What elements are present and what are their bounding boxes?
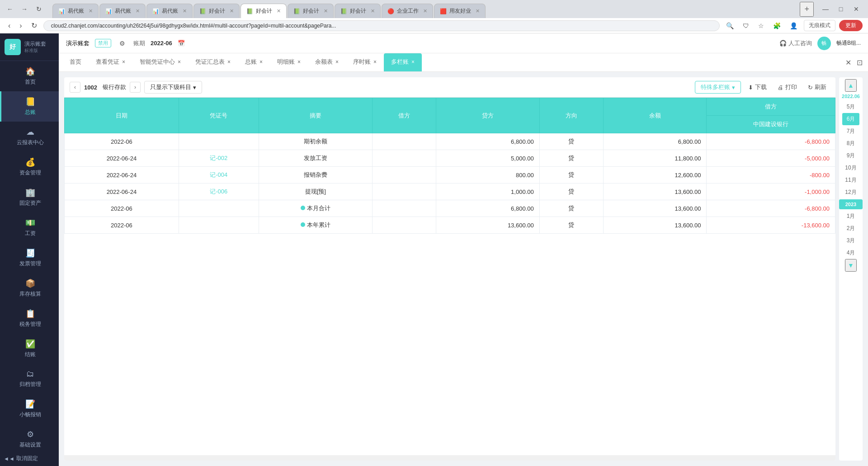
- browser-tab[interactable]: 📊易代账✕: [52, 4, 99, 18]
- wuhen-button[interactable]: 无痕模式: [804, 20, 835, 31]
- minimize-button[interactable]: —: [819, 3, 832, 15]
- sidebar-item-云报表中心[interactable]: ☁云报表中心: [0, 122, 59, 152]
- nav-back[interactable]: ‹: [5, 21, 13, 31]
- timeline-month-2023-4月[interactable]: 4月: [844, 247, 858, 259]
- special-multicolumn-button[interactable]: 特殊多栏账 ▾: [695, 81, 741, 94]
- filter-button[interactable]: 只显示下级科目 ▾: [144, 81, 202, 94]
- timeline-scroll-up[interactable]: ▲: [845, 79, 857, 92]
- sidebar-item-首页[interactable]: 🏠首页: [0, 61, 59, 91]
- page-tab-总账[interactable]: 总账×: [238, 53, 270, 71]
- timeline-month-12月[interactable]: 12月: [842, 186, 859, 198]
- sidebar-item-结账[interactable]: ✅结账: [0, 334, 59, 364]
- table-row: 2022-06-24 记-002 发放工资 5,000.00 贷 11,800.…: [65, 150, 835, 167]
- col-summary: 摘要: [259, 98, 372, 133]
- demo-label: 演示账套: [66, 39, 90, 47]
- print-button[interactable]: 🖨 打印: [774, 81, 801, 93]
- timeline-month-2023-3月[interactable]: 3月: [844, 235, 858, 247]
- page-tab-多栏账[interactable]: 多栏账×: [384, 53, 422, 71]
- nav-forward[interactable]: ›: [17, 21, 24, 31]
- refresh-icon: ↻: [808, 84, 813, 91]
- sidebar-item-固定资产[interactable]: 🏢固定资产: [0, 182, 59, 212]
- table-row: 2022-06-24 记-004 报销杂费 800.00 贷 12,600.00…: [65, 167, 835, 184]
- browser-tab[interactable]: 📗好会计✕: [335, 4, 381, 18]
- account-name: 银行存款: [103, 83, 126, 91]
- new-tab-button[interactable]: +: [800, 2, 814, 17]
- url-bar[interactable]: cloud2.chanjet.com/accounting/uh26t264j5…: [43, 20, 720, 31]
- browser-tab[interactable]: 📊易代账✕: [99, 4, 146, 18]
- download-button[interactable]: ⬇ 下载: [745, 81, 770, 93]
- sidebar-item-税务管理[interactable]: 📋税务管理: [0, 303, 59, 334]
- update-button[interactable]: 更新: [839, 20, 863, 31]
- browser-tab[interactable]: 📗好会计✕: [193, 4, 240, 18]
- star-icon[interactable]: ☆: [755, 21, 767, 30]
- timeline-months-2023: 1月2月3月4月: [844, 210, 858, 259]
- sidebar-nav: 🏠首页📒总账☁云报表中心💰资金管理🏢固定资产💵工资🧾发票管理📦库存核算📋税务管理…: [0, 61, 59, 451]
- sidebar-item-归档管理[interactable]: 🗂归档管理: [0, 364, 59, 394]
- extension-icon[interactable]: 🧩: [770, 21, 783, 30]
- page-tab-凭证汇总表[interactable]: 凭证汇总表×: [188, 53, 238, 71]
- browser-tab[interactable]: 🔴企业工作✕: [382, 4, 433, 18]
- close-button[interactable]: ✕: [850, 3, 863, 15]
- col-extra-bank: 中国建设银行: [707, 116, 835, 133]
- timeline-month-8月[interactable]: 8月: [842, 137, 859, 150]
- tab-bar: 📊易代账✕📊易代账✕📊易代账✕📗好会计✕📗好会计✕📗好会计✕📗好会计✕🔴企业工作…: [49, 0, 800, 18]
- search-icon[interactable]: 🔍: [723, 21, 736, 30]
- browser-tab[interactable]: 📊易代账✕: [146, 4, 193, 18]
- sidebar-item-库存核算[interactable]: 📦库存核算: [0, 273, 59, 303]
- settings-icon[interactable]: ⚙: [117, 39, 128, 48]
- sidebar-item-工资[interactable]: 💵工资: [0, 212, 59, 243]
- table-row: 2022-06 本年累计 13,600.00 贷 13,600.00 -13,6…: [65, 217, 835, 234]
- timeline-month-10月[interactable]: 10月: [842, 162, 859, 174]
- col-date: 日期: [65, 98, 179, 133]
- col-balance: 余额: [603, 98, 707, 133]
- ledger-table: 日期 凭证号 摘要 借方 贷方 方向 余额 借方 中国建设银行: [64, 98, 835, 455]
- forward-button[interactable]: →: [18, 3, 31, 15]
- sidebar-item-发票管理[interactable]: 🧾发票管理: [0, 243, 59, 273]
- sidebar-item-小畅报销[interactable]: 📝小畅报销: [0, 394, 59, 424]
- timeline-month-2023-1月[interactable]: 1月: [844, 210, 858, 222]
- nav-reload[interactable]: ↻: [28, 20, 40, 31]
- timeline-month-9月[interactable]: 9月: [842, 150, 859, 162]
- table-row: 2022-06 本月合计 6,800.00 贷 13,600.00 -6,800…: [65, 200, 835, 217]
- horizontal-scrollbar[interactable]: [64, 455, 835, 461]
- page-tab-查看凭证[interactable]: 查看凭证×: [89, 53, 132, 71]
- sidebar-item-基础设置[interactable]: ⚙基础设置: [0, 424, 59, 451]
- prev-account-button[interactable]: ‹: [70, 82, 80, 93]
- sidebar-logo: 好 演示账套 标准版: [0, 33, 59, 61]
- timeline-month-2023-2月[interactable]: 2月: [844, 222, 858, 235]
- table-row: 2022-06-24 记-006 提现[预] 1,000.00 贷 13,600…: [65, 184, 835, 200]
- next-account-button[interactable]: ›: [130, 82, 141, 93]
- timeline-month-5月[interactable]: 5月: [842, 101, 859, 113]
- timeline-month-6月[interactable]: 6月: [842, 113, 859, 125]
- sidebar: 好 演示账套 标准版 🏠首页📒总账☁云报表中心💰资金管理🏢固定资产💵工资🧾发票管…: [0, 33, 59, 466]
- shield-icon[interactable]: 🛡: [740, 21, 752, 30]
- ai-consult-button[interactable]: 🎧 人工咨询: [779, 39, 812, 47]
- page-tab-明细账[interactable]: 明细账×: [270, 53, 308, 71]
- timeline-month-11月[interactable]: 11月: [842, 174, 859, 186]
- close-panel-button[interactable]: ✕: [844, 56, 853, 69]
- back-button[interactable]: ←: [4, 3, 16, 15]
- page-tab-智能凭证中心[interactable]: 智能凭证中心×: [132, 53, 188, 71]
- sidebar-item-资金管理[interactable]: 💰资金管理: [0, 152, 59, 182]
- browser-tab[interactable]: 📗好会计✕: [241, 4, 287, 18]
- reload-button[interactable]: ↻: [33, 3, 45, 15]
- maximize-button[interactable]: □: [835, 3, 847, 15]
- timeline-panel: ▲ 2022.06 5月6月7月8月9月10月11月12月 2023 1月2月3…: [839, 77, 863, 461]
- col-credit: 贷方: [436, 98, 539, 133]
- collapse-button[interactable]: ◄◄ 取消固定: [0, 451, 59, 466]
- profile-icon[interactable]: 👤: [787, 21, 800, 30]
- period-value: 2022-06: [151, 40, 172, 47]
- timeline-month-7月[interactable]: 7月: [842, 125, 859, 137]
- page-tab-序时账[interactable]: 序时账×: [346, 53, 384, 71]
- browser-tab[interactable]: 🟥用友好业✕: [434, 4, 486, 18]
- refresh-button[interactable]: ↻ 刷新: [804, 81, 830, 93]
- sidebar-item-总账[interactable]: 📒总账: [0, 91, 59, 122]
- page-tab-首页[interactable]: 首页: [62, 53, 89, 71]
- expand-button[interactable]: ⊡: [855, 56, 864, 69]
- page-tab-余额表[interactable]: 余额表×: [308, 53, 346, 71]
- col-extra-debit: 借方: [707, 98, 835, 116]
- calendar-icon[interactable]: 📅: [178, 40, 185, 47]
- demo-badge: 禁用: [95, 39, 111, 47]
- timeline-scroll-down[interactable]: ▼: [845, 259, 857, 272]
- browser-tab[interactable]: 📗好会计✕: [288, 4, 334, 18]
